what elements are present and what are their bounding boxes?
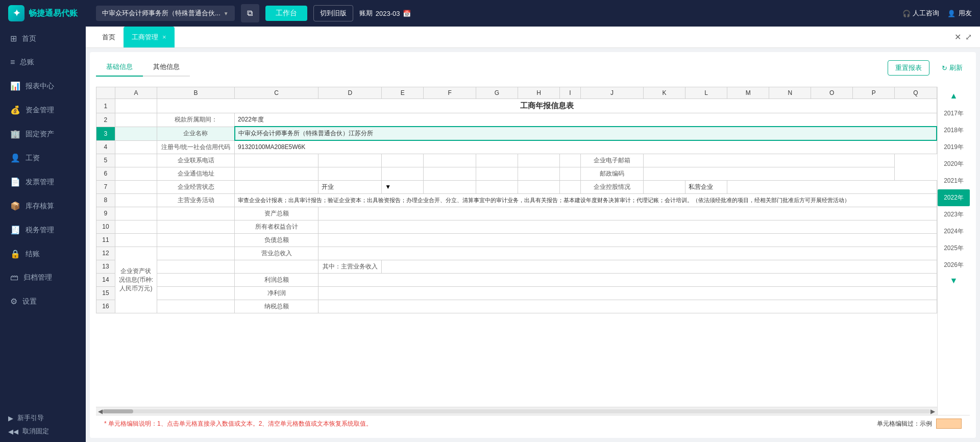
tab-expand-icon[interactable]: ⤢ bbox=[965, 32, 972, 42]
company-selector[interactable]: 中审众环会计师事务所（特殊普通合伙... ▼ bbox=[96, 6, 235, 21]
copy-icon-btn[interactable]: ⧉ bbox=[241, 4, 259, 22]
cell-7F[interactable] bbox=[424, 180, 476, 193]
cell-13E[interactable] bbox=[382, 260, 937, 273]
cell-2B[interactable]: 税款所属期间： bbox=[157, 113, 234, 127]
cell-5I[interactable] bbox=[560, 154, 581, 167]
sidebar-item-invoice[interactable]: 📄 发票管理 bbox=[0, 170, 86, 194]
cell-11A[interactable] bbox=[115, 233, 157, 247]
scroll-right-icon[interactable]: ▶ bbox=[930, 408, 935, 415]
cell-8A[interactable] bbox=[115, 193, 157, 207]
tab-gongshang[interactable]: 工商管理 × bbox=[124, 27, 175, 47]
cell-9C[interactable]: 资产总额 bbox=[235, 207, 318, 220]
scrollbar-thumb[interactable] bbox=[103, 409, 133, 413]
cell-14B[interactable] bbox=[157, 273, 234, 286]
cell-7D[interactable]: 开业 bbox=[318, 180, 382, 193]
cell-13C[interactable] bbox=[235, 260, 318, 273]
cell-7M[interactable] bbox=[727, 180, 937, 193]
cell-14D[interactable] bbox=[318, 273, 937, 286]
scroll-left-icon[interactable]: ◀ bbox=[98, 408, 103, 415]
tab-home[interactable]: 首页 bbox=[94, 27, 124, 47]
year-item-2024[interactable]: 2024年 bbox=[938, 223, 970, 240]
year-item-2017[interactable]: 2017年 bbox=[938, 105, 970, 122]
cell-15C[interactable]: 净利润 bbox=[235, 286, 318, 300]
cell-13B[interactable] bbox=[157, 260, 234, 273]
cell-6F[interactable] bbox=[424, 167, 476, 180]
cell-11C[interactable]: 负债总额 bbox=[235, 233, 318, 247]
cell-9D[interactable] bbox=[318, 207, 937, 220]
cell-15B[interactable] bbox=[157, 286, 234, 300]
cell-6J[interactable]: 邮政编码 bbox=[581, 167, 644, 180]
sidebar-item-settings[interactable]: ⚙ 设置 bbox=[0, 289, 86, 313]
cell-5G[interactable] bbox=[476, 154, 518, 167]
new-guide-button[interactable]: ▶ 新手引导 bbox=[8, 413, 78, 423]
sidebar-item-tax[interactable]: 🧾 税务管理 bbox=[0, 218, 86, 242]
unpin-button[interactable]: ◀◀ 取消固定 bbox=[8, 427, 78, 436]
cell-11D[interactable] bbox=[318, 233, 937, 247]
cell-10A[interactable] bbox=[115, 220, 157, 233]
sub-tab-basic[interactable]: 基础信息 bbox=[96, 58, 143, 77]
consult-button[interactable]: 🎧 人工咨询 bbox=[902, 9, 939, 18]
reset-report-button[interactable]: 重置报表 bbox=[888, 60, 929, 76]
cell-1A[interactable] bbox=[115, 99, 157, 113]
cell-5A[interactable] bbox=[115, 154, 157, 167]
year-item-2020[interactable]: 2020年 bbox=[938, 156, 970, 173]
cell-7L[interactable]: 私营企业 bbox=[685, 180, 727, 193]
tab-close-icon[interactable]: × bbox=[162, 33, 166, 41]
sidebar-item-fund[interactable]: 💰 资金管理 bbox=[0, 98, 86, 122]
cell-10B[interactable] bbox=[157, 220, 234, 233]
cell-5D[interactable] bbox=[318, 154, 382, 167]
spreadsheet-wrapper[interactable]: A B C D E F G H I J bbox=[96, 87, 937, 407]
cell-3A[interactable] bbox=[115, 127, 157, 140]
cell-12A[interactable]: 企业资产状况信息(币种: 人民币万元) bbox=[115, 247, 157, 313]
cell-6I[interactable] bbox=[560, 167, 581, 180]
cell-7K[interactable] bbox=[644, 180, 685, 193]
cell-16C[interactable]: 纳税总额 bbox=[235, 300, 318, 313]
cell-8B[interactable]: 主营业务活动 bbox=[157, 193, 234, 207]
refresh-button[interactable]: ↻ 刷新 bbox=[935, 61, 970, 75]
sidebar-item-stock[interactable]: 📦 库存核算 bbox=[0, 194, 86, 218]
cell-7I[interactable] bbox=[560, 180, 581, 193]
cell-4C[interactable]: 91320100MA208E5W6K bbox=[235, 140, 937, 154]
cell-6H[interactable] bbox=[518, 167, 559, 180]
cell-12C[interactable]: 营业总收入 bbox=[235, 247, 318, 260]
cell-7H[interactable] bbox=[518, 180, 559, 193]
cell-16D[interactable] bbox=[318, 300, 937, 313]
cell-15D[interactable] bbox=[318, 286, 937, 300]
sidebar-item-ledger[interactable]: ≡ 总账 bbox=[0, 51, 86, 74]
cell-7G[interactable] bbox=[476, 180, 518, 193]
workbench-button[interactable]: 工作台 bbox=[265, 6, 307, 21]
cell-6K[interactable] bbox=[644, 167, 895, 180]
cell-6G[interactable] bbox=[476, 167, 518, 180]
cell-3C[interactable]: 中审众环会计师事务所（特殊普通合伙）江苏分所 bbox=[235, 127, 937, 140]
sidebar-item-asset[interactable]: 🏢 固定资产 bbox=[0, 122, 86, 146]
cell-14C[interactable]: 利润总额 bbox=[235, 273, 318, 286]
cell-16B[interactable] bbox=[157, 300, 234, 313]
cell-10C[interactable]: 所有者权益合计 bbox=[235, 220, 318, 233]
cell-6C[interactable] bbox=[235, 167, 318, 180]
user-button[interactable]: 👤 用友 bbox=[947, 9, 972, 18]
sidebar-item-archive[interactable]: 🗃 归档管理 bbox=[0, 266, 86, 289]
year-item-2018[interactable]: 2018年 bbox=[938, 122, 970, 139]
cell-7B[interactable]: 企业经营状态 bbox=[157, 180, 234, 193]
cell-7E[interactable]: ▼ bbox=[382, 180, 424, 193]
sidebar-item-home[interactable]: ⊞ 首页 bbox=[0, 27, 86, 51]
cell-12B[interactable] bbox=[157, 247, 234, 260]
cell-6E[interactable] bbox=[382, 167, 424, 180]
cell-5J[interactable]: 企业电子邮箱 bbox=[581, 154, 644, 167]
old-version-button[interactable]: 切到旧版 bbox=[313, 5, 353, 21]
cell-5K[interactable] bbox=[644, 154, 895, 167]
sidebar-item-close[interactable]: 🔒 结账 bbox=[0, 242, 86, 266]
cell-7J[interactable]: 企业控股情况 bbox=[581, 180, 644, 193]
sidebar-item-wage[interactable]: 👤 工资 bbox=[0, 146, 86, 170]
calendar-icon[interactable]: 📅 bbox=[403, 10, 411, 17]
year-down-button[interactable]: ▼ bbox=[946, 274, 962, 288]
cell-10D[interactable] bbox=[318, 220, 937, 233]
tab-close-all-icon[interactable]: ✕ bbox=[954, 32, 961, 42]
cell-5E[interactable] bbox=[382, 154, 424, 167]
cell-5B[interactable]: 企业联系电话 bbox=[157, 154, 234, 167]
cell-2A[interactable] bbox=[115, 113, 157, 127]
sidebar-item-report[interactable]: 📊 报表中心 bbox=[0, 74, 86, 98]
cell-12D[interactable] bbox=[318, 247, 937, 260]
year-item-2025[interactable]: 2025年 bbox=[938, 240, 970, 257]
cell-4B[interactable]: 注册号/统一社会信用代码 bbox=[157, 140, 234, 154]
